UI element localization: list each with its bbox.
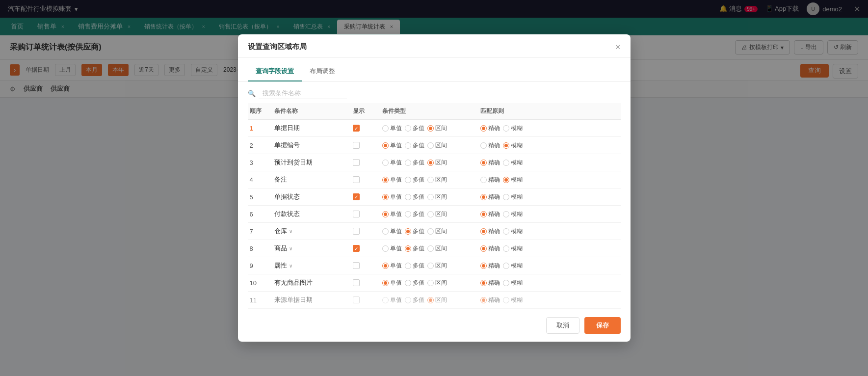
dialog-tabs: 查询字段设置 布局调整 bbox=[238, 58, 631, 81]
dialog-title: 设置查询区域布局 bbox=[248, 42, 307, 52]
dialog-tab-query-fields[interactable]: 查询字段设置 bbox=[248, 64, 302, 81]
dialog-header: 设置查询区域布局 × bbox=[238, 34, 631, 58]
dialog: 设置查询区域布局 × 查询字段设置 布局调整 🔍 顺序 条件名称 显示 条件类型… bbox=[238, 34, 631, 98]
search-area: 🔍 bbox=[238, 81, 631, 98]
overlay: 设置查询区域布局 × 查询字段设置 布局调整 🔍 顺序 条件名称 显示 条件类型… bbox=[0, 0, 868, 98]
dialog-tab-layout[interactable]: 布局调整 bbox=[302, 64, 343, 81]
search-icon: 🔍 bbox=[248, 90, 256, 97]
search-input[interactable] bbox=[259, 87, 347, 98]
dialog-close-btn[interactable]: × bbox=[615, 43, 621, 52]
